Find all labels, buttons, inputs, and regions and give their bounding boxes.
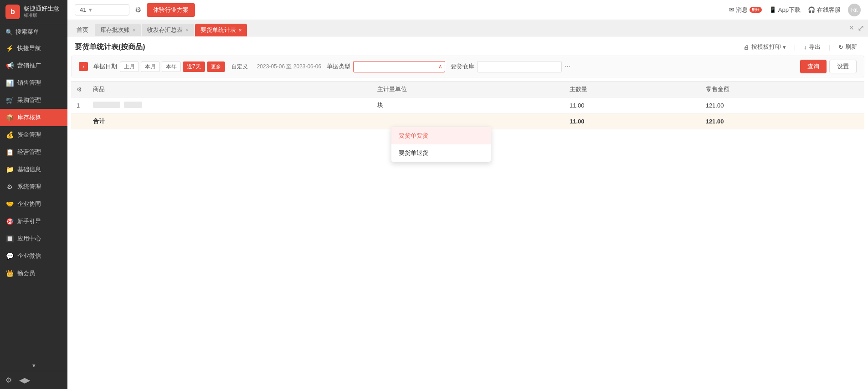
quick-nav-icon: ⚡ bbox=[5, 45, 14, 52]
sidebar-footer: ⚙ ◀▶ bbox=[0, 371, 67, 389]
sidebar-item-app-center[interactable]: 🔲 应用中心 bbox=[0, 230, 67, 247]
app-download-btn[interactable]: 📱 App下载 bbox=[769, 6, 801, 14]
goods-placeholder-1 bbox=[93, 102, 120, 108]
footer-amount: 121.00 bbox=[700, 113, 864, 129]
sidebar-item-sales[interactable]: 📊 销售管理 bbox=[0, 74, 67, 92]
refresh-label: 刷新 bbox=[845, 43, 857, 51]
sidebar-item-marketing[interactable]: 📢 营销推广 bbox=[0, 57, 67, 74]
table-header-row: ⚙ 商品 主计量单位 主数量 零售金额 bbox=[71, 82, 864, 97]
page-content: 要货单统计表(按商品) 🖨 按模板打印 ▾ | ↓ 导出 | ↻ 刷新 bbox=[67, 36, 868, 389]
more-dates-btn[interactable]: 更多 bbox=[207, 61, 225, 72]
type-dropdown-arrow-icon[interactable]: ∧ bbox=[438, 63, 442, 70]
filter-bar: › 单据日期 上月 本月 本年 近7天 更多 自定义 2023-05-06 至 … bbox=[71, 56, 864, 77]
tab-home[interactable]: 首页 bbox=[71, 24, 94, 36]
quick-date-btns: 上月 本月 本年 近7天 更多 bbox=[120, 61, 225, 72]
date-filter-group: 单据日期 上月 本月 本年 近7天 更多 自定义 bbox=[93, 61, 252, 72]
dropdown-item-order-return[interactable]: 要货单退货 bbox=[391, 144, 491, 162]
app-name: 畅捷通好生意 bbox=[24, 5, 59, 13]
dropdown-item-label: 要货单要货 bbox=[399, 132, 428, 139]
warehouse-filter-group: 要货仓库 ··· bbox=[451, 61, 570, 72]
sidebar-search[interactable]: 🔍 搜索菜单 bbox=[0, 24, 67, 40]
sidebar-settings-icon[interactable]: ⚙ bbox=[5, 376, 12, 384]
settings-btn[interactable]: 设置 bbox=[829, 60, 857, 73]
sidebar-item-basic-info[interactable]: 📁 基础信息 bbox=[0, 161, 67, 178]
sidebar-item-label: 畅会员 bbox=[17, 269, 35, 277]
th-goods: 商品 bbox=[87, 82, 372, 97]
sidebar-item-quick-nav[interactable]: ⚡ 快捷导航 bbox=[0, 40, 67, 57]
sidebar-item-enterprise[interactable]: 🤝 企业协同 bbox=[0, 195, 67, 213]
filter-more-icon[interactable]: ··· bbox=[565, 62, 570, 71]
print-icon: 🖨 bbox=[744, 44, 750, 51]
messages-label: 消息 bbox=[736, 6, 748, 14]
trial-btn[interactable]: 体验行业方案 bbox=[147, 3, 195, 17]
sidebar-item-purchase[interactable]: 🛒 采购管理 bbox=[0, 92, 67, 109]
app-center-icon: 🔲 bbox=[5, 235, 14, 242]
sidebar: b 畅捷通好生意 标准版 🔍 搜索菜单 ⚡ 快捷导航 📢 营销推广 📊 销售管理… bbox=[0, 0, 67, 389]
tab-actions: × ⤢ bbox=[849, 23, 864, 33]
sidebar-scroll-down[interactable]: ▾ bbox=[0, 360, 67, 371]
tab-order-stats-label: 要货单统计表 bbox=[200, 26, 236, 34]
app-download-label: App下载 bbox=[778, 6, 801, 14]
sidebar-item-label: 资金管理 bbox=[17, 131, 41, 139]
sidebar-item-member[interactable]: 👑 畅会员 bbox=[0, 265, 67, 282]
company-selector[interactable]: 41 ▾ bbox=[75, 4, 129, 15]
sidebar-item-system[interactable]: ⚙ 系统管理 bbox=[0, 178, 67, 195]
download-icon: 📱 bbox=[769, 6, 776, 13]
last-month-btn[interactable]: 上月 bbox=[120, 61, 139, 72]
sidebar-item-guide[interactable]: 🎯 新手引导 bbox=[0, 213, 67, 230]
this-month-btn[interactable]: 本月 bbox=[141, 61, 160, 72]
export-btn[interactable]: ↓ 导出 bbox=[800, 41, 824, 53]
custom-date-btn[interactable]: 自定义 bbox=[228, 62, 252, 72]
logo-icon: b bbox=[5, 5, 20, 19]
sidebar-item-label: 经营管理 bbox=[17, 148, 41, 156]
th-settings: ⚙ bbox=[71, 82, 87, 97]
tab-order-stats[interactable]: 要货单统计表 × bbox=[195, 24, 247, 36]
tab-order-stats-close[interactable]: × bbox=[239, 27, 241, 33]
sidebar-item-finance[interactable]: 💰 资金管理 bbox=[0, 126, 67, 143]
type-filter-label: 单据类型 bbox=[327, 62, 350, 71]
footer-quantity: 11.00 bbox=[564, 113, 700, 129]
messages-badge: 99+ bbox=[750, 7, 762, 13]
online-service-label: 在线客服 bbox=[817, 6, 841, 14]
tab-fullscreen-btn[interactable]: ⤢ bbox=[858, 23, 864, 33]
date-filter-label: 单据日期 bbox=[93, 62, 117, 71]
last-7-days-btn[interactable]: 近7天 bbox=[183, 61, 205, 72]
filter-expand-btn[interactable]: › bbox=[79, 62, 88, 71]
sidebar-item-label: 基础信息 bbox=[17, 165, 41, 174]
tab-close-window-btn[interactable]: × bbox=[849, 23, 854, 33]
search-label: 搜索菜单 bbox=[15, 28, 39, 36]
page-header: 要货单统计表(按商品) 🖨 按模板打印 ▾ | ↓ 导出 | ↻ 刷新 bbox=[67, 36, 868, 56]
tab-inventory-batch-label: 库存批次账 bbox=[100, 26, 130, 34]
sidebar-item-inventory[interactable]: 📦 库存核算 bbox=[0, 109, 67, 126]
topbar-gear-icon[interactable]: ⚙ bbox=[135, 5, 141, 14]
sidebar-item-corp-wechat[interactable]: 💬 企业微信 bbox=[0, 247, 67, 265]
tab-inventory-batch-close[interactable]: × bbox=[133, 27, 135, 33]
type-filter-input[interactable] bbox=[353, 61, 445, 72]
warehouse-filter-input[interactable] bbox=[477, 61, 562, 72]
tab-recv-summary[interactable]: 收发存汇总表 × bbox=[142, 24, 194, 36]
query-btn[interactable]: 查询 bbox=[800, 60, 827, 73]
table-row: 1 块 11.00 121.00 bbox=[71, 97, 864, 113]
purchase-icon: 🛒 bbox=[5, 97, 14, 104]
refresh-btn[interactable]: ↻ 刷新 bbox=[835, 41, 861, 53]
dropdown-item-order-goods[interactable]: 要货单要货 bbox=[391, 127, 491, 144]
user-avatar[interactable]: Rit bbox=[848, 4, 861, 16]
sidebar-collapse-icon[interactable]: ◀▶ bbox=[19, 376, 30, 384]
sidebar-item-operation[interactable]: 📋 经营管理 bbox=[0, 143, 67, 161]
member-icon: 👑 bbox=[5, 270, 14, 277]
this-year-btn[interactable]: 本年 bbox=[162, 61, 181, 72]
goods-placeholder-2 bbox=[124, 102, 142, 108]
cell-unit: 块 bbox=[372, 97, 564, 113]
messages-btn[interactable]: ✉ 消息 99+ bbox=[729, 6, 762, 14]
finance-icon: 💰 bbox=[5, 131, 14, 138]
online-service-btn[interactable]: 🎧 在线客服 bbox=[808, 6, 841, 14]
operation-icon: 📋 bbox=[5, 148, 14, 156]
tab-recv-summary-close[interactable]: × bbox=[185, 27, 188, 33]
print-btn[interactable]: 🖨 按模板打印 ▾ bbox=[740, 41, 790, 53]
sidebar-item-label: 快捷导航 bbox=[17, 44, 41, 52]
tab-inventory-batch[interactable]: 库存批次账 × bbox=[95, 24, 141, 36]
footer-settings-col bbox=[71, 113, 87, 129]
export-icon: ↓ bbox=[804, 44, 807, 51]
topbar: 41 ▾ ⚙ 体验行业方案 ✉ 消息 99+ 📱 App下载 🎧 在线客服 Ri… bbox=[67, 0, 868, 20]
tab-home-label: 首页 bbox=[77, 26, 88, 34]
